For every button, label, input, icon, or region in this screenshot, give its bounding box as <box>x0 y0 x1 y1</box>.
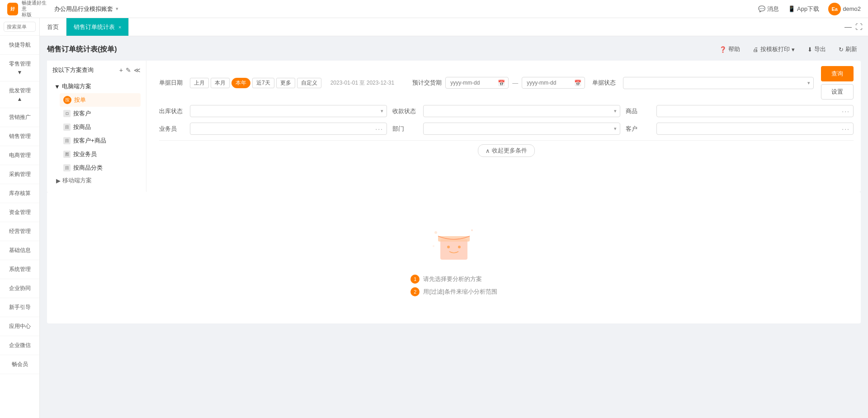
out-status-arrow-icon: ▾ <box>381 108 383 114</box>
purchase-label: 采购管理 <box>9 171 31 178</box>
scheme-mobile-group[interactable]: ▶ 移动端方案 <box>52 175 141 186</box>
sidebar-item-marketing[interactable]: 营销推广 <box>0 108 39 127</box>
bill-date-group: 单据日期 上月 本月 本年 近7天 更多 自定义 <box>159 78 321 88</box>
app-download-label: App下载 <box>797 5 819 13</box>
sidebar-item-finance[interactable]: 资金管理 <box>0 203 39 222</box>
sidebar-item-sales[interactable]: 销售管理 <box>0 127 39 146</box>
customer-input[interactable] <box>656 123 854 135</box>
sidebar-search[interactable] <box>0 18 39 36</box>
scheme-item-by-salesperson[interactable]: 图 按业务员 <box>60 147 141 161</box>
sidebar-item-guide[interactable]: 新手引导 <box>0 298 39 317</box>
tab-minimize-icon[interactable]: — <box>844 23 852 31</box>
sidebar-item-member[interactable]: 畅会员 <box>0 355 39 374</box>
sidebar-item-basic[interactable]: 基础信息 <box>0 241 39 260</box>
filter-row-1: 单据日期 上月 本月 本年 近7天 更多 自定义 2023-01-01 至 20… <box>159 66 854 100</box>
scheme-item-by-order[interactable]: 按 按单 <box>60 93 141 107</box>
tab-home-label: 首页 <box>47 23 59 31</box>
expected-date-group: 预计交货期 📅 — 📅 <box>412 77 585 89</box>
sidebar-item-shortcuts[interactable]: 快捷导航 <box>0 36 39 55</box>
app-download-button[interactable]: 📱 App下载 <box>788 5 819 13</box>
print-label: 按模板打印 <box>760 45 790 53</box>
expected-date-end: 📅 <box>522 77 585 89</box>
breadcrumb-dropdown-icon[interactable]: ▾ <box>116 6 118 12</box>
svg-point-2 <box>447 246 450 248</box>
scheme-item-by-customer[interactable]: ロ 按客户 <box>60 107 141 120</box>
bill-status-label: 单据状态 <box>592 79 619 87</box>
filter-right: 单据日期 上月 本月 本年 近7天 更多 自定义 2023-01-01 至 20… <box>152 61 861 192</box>
date-btn-last7[interactable]: 近7天 <box>252 78 274 88</box>
empty-tips: 1 请先选择要分析的方案 2 用[过滤]条件来缩小分析范围 <box>410 275 497 296</box>
collection-status-arrow-icon: ▾ <box>614 108 617 114</box>
query-button[interactable]: 查询 <box>821 66 854 81</box>
refresh-button[interactable]: ↻ 刷新 <box>835 43 861 55</box>
tip-text-1: 请先选择要分析的方案 <box>423 275 482 283</box>
date-btn-last-month[interactable]: 上月 <box>190 78 209 88</box>
page-actions: ❓ 帮助 🖨 按模板打印 ▾ ⬇ 导出 ↻ 刷新 <box>716 43 861 55</box>
scheme-item-by-category[interactable]: 目 按商品分类 <box>60 161 141 175</box>
export-label: 导出 <box>814 45 826 53</box>
collapse-button[interactable]: ∧ 收起更多条件 <box>478 144 535 157</box>
calendar-icon-end: 📅 <box>574 80 581 86</box>
sidebar-item-ecommerce[interactable]: 电商管理 <box>0 146 39 165</box>
sidebar-item-purchase[interactable]: 采购管理 <box>0 165 39 184</box>
scheme-edit-icon[interactable]: ✎ <box>126 66 131 74</box>
page-content: 销售订单统计表(按单) ❓ 帮助 🖨 按模板打印 ▾ ⬇ 导出 <box>40 36 868 418</box>
date-btn-this-year[interactable]: 本年 <box>231 78 250 88</box>
scheme-item-by-customer-product[interactable]: 目 按客户+商品 <box>60 134 141 147</box>
by-customer-product-label: 按客户+商品 <box>73 137 106 145</box>
by-product-icon: 目 <box>63 124 71 131</box>
user-area[interactable]: Ea demo2 <box>828 3 861 15</box>
by-category-label: 按商品分类 <box>73 164 103 172</box>
tab-sales-report[interactable]: 销售订单统计表 × <box>66 18 129 36</box>
salesperson-label: 业务员 <box>159 125 186 133</box>
scheme-add-icon[interactable]: + <box>119 66 123 74</box>
sidebar-item-enterprise[interactable]: 企业协同 <box>0 279 39 298</box>
main-filter-layout: 按以下方案查询 + ✎ ≪ ▼ 电脑端方案 按 <box>47 61 861 192</box>
empty-icon <box>427 219 481 266</box>
content-area: 首页 销售订单统计表 × — ⛶ 销售订单统计表(按单) ❓ 帮助 <box>40 18 868 418</box>
collection-status-select[interactable] <box>423 105 620 117</box>
sidebar-item-wechat[interactable]: 企业微信 <box>0 336 39 355</box>
product-field: 商品 ··· <box>626 105 854 117</box>
basic-label: 基础信息 <box>9 247 31 254</box>
out-status-select[interactable] <box>190 105 387 117</box>
page-title-bar: 销售订单统计表(按单) ❓ 帮助 🖨 按模板打印 ▾ ⬇ 导出 <box>47 43 861 55</box>
department-select[interactable] <box>423 123 620 135</box>
sidebar-item-wholesale[interactable]: 批发管理 ▲ <box>0 81 39 108</box>
scheme-collapse-icon[interactable]: ≪ <box>134 66 141 74</box>
tab-close-icon[interactable]: × <box>118 24 121 30</box>
tip-item-1: 1 请先选择要分析的方案 <box>410 275 497 284</box>
sidebar-item-operations[interactable]: 经营管理 <box>0 222 39 241</box>
date-btn-custom[interactable]: 自定义 <box>297 78 321 88</box>
sidebar-item-system[interactable]: 系统管理 <box>0 260 39 279</box>
department-label: 部门 <box>392 125 420 133</box>
product-input[interactable] <box>656 105 854 117</box>
search-input[interactable] <box>4 22 36 32</box>
sidebar-item-inventory[interactable]: 库存核算 <box>0 184 39 203</box>
scheme-item-by-product[interactable]: 目 按商品 <box>60 120 141 134</box>
tip-text-2: 用[过滤]条件来缩小分析范围 <box>423 288 497 296</box>
settings-button[interactable]: 设置 <box>821 84 854 100</box>
date-btn-more[interactable]: 更多 <box>276 78 295 88</box>
message-button[interactable]: 💬 消息 <box>758 5 779 13</box>
by-salesperson-label: 按业务员 <box>73 150 97 158</box>
logo-icon: 好 <box>7 3 18 15</box>
salesperson-input[interactable] <box>190 123 387 135</box>
refresh-icon: ↻ <box>839 46 844 53</box>
customer-label: 客户 <box>626 125 653 133</box>
print-button[interactable]: 🖨 按模板打印 ▾ <box>749 43 798 55</box>
export-button[interactable]: ⬇ 导出 <box>804 43 830 55</box>
date-separator: — <box>512 80 518 86</box>
scheme-pc-group[interactable]: ▼ 电脑端方案 <box>52 80 141 93</box>
collection-status-field: 收款状态 ▾ <box>392 105 620 117</box>
collapse-row: ∧ 收起更多条件 <box>159 140 854 161</box>
sidebar-item-appcenter[interactable]: 应用中心 <box>0 317 39 336</box>
tab-expand-icon[interactable]: ⛶ <box>855 23 863 31</box>
bill-status-select[interactable] <box>623 77 814 89</box>
date-btn-this-month[interactable]: 本月 <box>211 78 230 88</box>
salesperson-input-wrap: ··· <box>190 123 387 135</box>
sidebar-item-retail[interactable]: 零售管理 ▼ <box>0 55 39 81</box>
tab-home[interactable]: 首页 <box>40 18 66 36</box>
product-dots-icon: ··· <box>842 108 850 115</box>
help-button[interactable]: ❓ 帮助 <box>716 43 744 55</box>
